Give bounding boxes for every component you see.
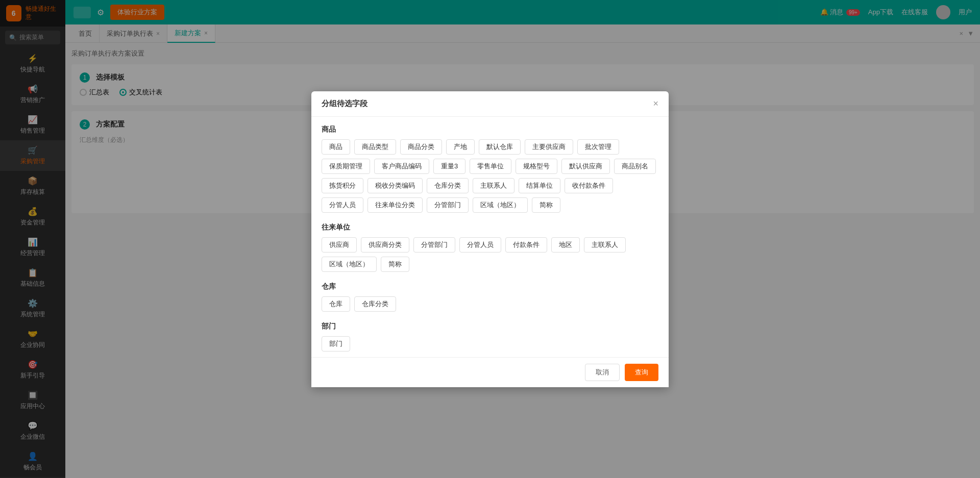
field-tags-warehouse: 仓库仓库分类 — [322, 296, 658, 312]
field-tag-付款条件[interactable]: 付款条件 — [505, 237, 547, 253]
field-tag-供应商分类[interactable]: 供应商分类 — [361, 237, 409, 253]
modal-header: 分组待选字段 × — [311, 91, 669, 117]
field-tag-地区[interactable]: 地区 — [551, 237, 580, 253]
field-tag-保质期管理[interactable]: 保质期管理 — [322, 159, 370, 174]
modal-footer: 取消 查询 — [311, 357, 669, 387]
modal-title: 分组待选字段 — [322, 99, 368, 109]
field-tag-商品分类[interactable]: 商品分类 — [400, 139, 442, 155]
field-tag-简称[interactable]: 简称 — [532, 197, 560, 213]
field-tag-主联系人[interactable]: 主联系人 — [584, 237, 626, 253]
modal-body: 商品 商品商品类型商品分类产地默认仓库主要供应商批次管理保质期管理客户商品编码重… — [311, 117, 669, 357]
field-tag-主要供应商[interactable]: 主要供应商 — [525, 139, 573, 155]
field-tag-简称[interactable]: 简称 — [381, 257, 409, 272]
modal-cancel-btn[interactable]: 取消 — [585, 364, 620, 381]
modal-close-icon[interactable]: × — [653, 98, 658, 109]
field-tag-分管人员[interactable]: 分管人员 — [459, 237, 501, 253]
field-group-partner: 往来单位 供应商供应商分类分管部门分管人员付款条件地区主联系人区域（地区）简称 — [322, 223, 658, 272]
field-tag-产地[interactable]: 产地 — [446, 139, 475, 155]
modal-confirm-btn[interactable]: 查询 — [625, 364, 658, 381]
field-group-goods-title: 商品 — [322, 125, 658, 134]
field-tag-部门[interactable]: 部门 — [322, 336, 350, 351]
field-group-department-title: 部门 — [322, 322, 658, 331]
field-tag-收付款条件[interactable]: 收付款条件 — [565, 178, 613, 193]
field-tag-商品类型[interactable]: 商品类型 — [354, 139, 396, 155]
field-tag-客户商品编码[interactable]: 客户商品编码 — [374, 159, 429, 174]
field-tag-商品别名[interactable]: 商品别名 — [614, 159, 656, 174]
field-group-partner-title: 往来单位 — [322, 223, 658, 232]
field-tag-零售单位[interactable]: 零售单位 — [470, 159, 511, 174]
field-tag-税收分类编码[interactable]: 税收分类编码 — [368, 178, 423, 193]
field-tags-partner: 供应商供应商分类分管部门分管人员付款条件地区主联系人区域（地区）简称 — [322, 237, 658, 272]
field-tag-区域（地区）[interactable]: 区域（地区） — [473, 197, 528, 213]
field-tag-往来单位分类[interactable]: 往来单位分类 — [368, 197, 423, 213]
field-tag-区域（地区）[interactable]: 区域（地区） — [322, 257, 377, 272]
field-tag-批次管理[interactable]: 批次管理 — [577, 139, 619, 155]
field-tag-规格型号[interactable]: 规格型号 — [516, 159, 557, 174]
modal-overlay: 分组待选字段 × 商品 商品商品类型商品分类产地默认仓库主要供应商批次管理保质期… — [0, 0, 980, 478]
field-group-goods: 商品 商品商品类型商品分类产地默认仓库主要供应商批次管理保质期管理客户商品编码重… — [322, 125, 658, 213]
field-tag-结算单位[interactable]: 结算单位 — [519, 178, 560, 193]
field-tag-供应商[interactable]: 供应商 — [322, 237, 357, 253]
field-tag-默认仓库[interactable]: 默认仓库 — [479, 139, 521, 155]
field-tag-重量3[interactable]: 重量3 — [433, 159, 465, 174]
field-tag-分管部门[interactable]: 分管部门 — [427, 197, 469, 213]
field-tag-商品[interactable]: 商品 — [322, 139, 350, 155]
field-tag-分管人员[interactable]: 分管人员 — [322, 197, 363, 213]
field-tag-拣货积分[interactable]: 拣货积分 — [322, 178, 363, 193]
field-tag-主联系人[interactable]: 主联系人 — [473, 178, 514, 193]
field-tag-仓库分类[interactable]: 仓库分类 — [427, 178, 469, 193]
field-tag-默认供应商[interactable]: 默认供应商 — [561, 159, 610, 174]
field-group-warehouse: 仓库 仓库仓库分类 — [322, 282, 658, 312]
modal: 分组待选字段 × 商品 商品商品类型商品分类产地默认仓库主要供应商批次管理保质期… — [311, 91, 669, 387]
field-tags-department: 部门 — [322, 336, 658, 351]
field-tag-仓库分类[interactable]: 仓库分类 — [354, 296, 396, 312]
field-group-warehouse-title: 仓库 — [322, 282, 658, 291]
field-tag-分管部门[interactable]: 分管部门 — [413, 237, 455, 253]
field-group-department: 部门 部门 — [322, 322, 658, 351]
field-tag-仓库[interactable]: 仓库 — [322, 296, 350, 312]
field-tags-goods: 商品商品类型商品分类产地默认仓库主要供应商批次管理保质期管理客户商品编码重量3零… — [322, 139, 658, 213]
